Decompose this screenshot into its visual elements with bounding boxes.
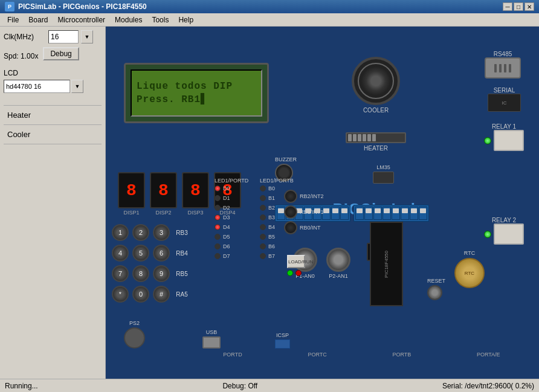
pic-section: PIC18F4550 (370, 222, 403, 306)
dip-10[interactable] (364, 207, 373, 220)
lcd-label: LCD (4, 69, 102, 77)
dip-15[interactable] (410, 207, 418, 220)
dip-bank-2[interactable] (353, 205, 429, 222)
disp1-label: DISP1 (118, 210, 145, 216)
dip-7[interactable] (331, 207, 340, 220)
menubar: File Board Microcontroller Modules Tools… (0, 13, 539, 27)
rtc-battery: RTC (454, 258, 485, 288)
led-b2 (260, 205, 266, 211)
key-0[interactable]: 0 (132, 286, 149, 303)
load-run-button[interactable]: LOAD/RUN (287, 255, 305, 268)
menu-file[interactable]: File (2, 14, 24, 25)
titlebar-controls[interactable]: ─ □ ✕ (503, 2, 534, 11)
menu-help[interactable]: Help (173, 14, 198, 25)
led-d3 (215, 214, 221, 220)
key-7[interactable]: 7 (112, 265, 129, 282)
p2-pot[interactable] (326, 248, 350, 272)
statusbar: Running... Debug: Off Serial: /dev/tnt2:… (0, 379, 539, 392)
led-d7 (215, 253, 221, 259)
menu-board[interactable]: Board (24, 14, 53, 25)
heater-pin-3 (358, 134, 361, 141)
key-9[interactable]: 9 (153, 265, 170, 282)
close-button[interactable]: ✕ (524, 2, 534, 11)
clk-label: Clk(MHz) (4, 33, 46, 41)
usb-connector (202, 336, 221, 349)
menu-microcontroller[interactable]: Microcontroller (53, 14, 110, 25)
dip-9[interactable] (355, 207, 364, 220)
dip-8[interactable] (340, 207, 349, 220)
led-d6 (215, 243, 221, 249)
usb-section: USB (202, 329, 221, 349)
led-d0-label: D0 (223, 185, 230, 191)
dip-14[interactable] (401, 207, 409, 220)
key-2[interactable]: 2 (132, 224, 149, 241)
rtc-label: RTC (454, 250, 485, 256)
heater-label: HEATER (346, 145, 406, 152)
key-4[interactable]: 4 (112, 245, 129, 262)
reset-label: RESET (427, 278, 445, 284)
menu-tools[interactable]: Tools (147, 14, 173, 25)
rb2-label: RB2/INT2 (300, 193, 324, 199)
keypad-row-4: * 0 # RA5 (112, 286, 190, 303)
disp1-section: 8 DISP1 (118, 172, 145, 216)
maximize-button[interactable]: □ (514, 2, 523, 11)
lcd-line-2: Press. RB1▋ (137, 93, 256, 106)
key-ra5-label: RA5 (173, 291, 190, 298)
disp2-digit: 8 (158, 181, 169, 200)
heater-pin-1 (348, 134, 352, 141)
dip-16[interactable] (419, 207, 427, 220)
key-6[interactable]: 6 (153, 245, 170, 262)
led-b3-row: B3 (260, 214, 294, 220)
clk-input[interactable] (48, 30, 79, 43)
reset-button[interactable] (427, 285, 442, 300)
dip-11[interactable] (373, 207, 382, 220)
dip-12[interactable] (382, 207, 391, 220)
led-b6-row: B6 (260, 243, 294, 249)
led-b0 (260, 185, 266, 191)
main-content: Clk(MHz) ▼ Spd: 1.00x Debug LCD ▼ Heater… (0, 27, 539, 379)
sidebar-item-heater[interactable]: Heater (4, 108, 102, 122)
minimize-button[interactable]: ─ (503, 2, 512, 11)
icsp-label: ICSP (275, 332, 290, 338)
portc-label: PORTC (308, 352, 326, 358)
keypad-row-3: 7 8 9 RB5 (112, 265, 190, 282)
led-d2-row: D2 (215, 205, 248, 211)
lm35-label: LM35 (373, 164, 394, 170)
cooler-fan (352, 57, 400, 105)
led-d0-row: D0 (215, 185, 248, 191)
keypad-row-2: 4 5 6 RB4 (112, 245, 190, 262)
led-b7 (260, 253, 266, 259)
clk-dropdown[interactable]: ▼ (81, 30, 93, 43)
serial-chip: IC (488, 94, 521, 112)
p2-section: P2-AN1 (326, 248, 350, 279)
disp3-label: DISP3 (182, 210, 209, 216)
debug-button[interactable]: Debug (43, 47, 79, 60)
key-3[interactable]: 3 (153, 224, 170, 241)
divider-3 (4, 144, 102, 144)
heater-pin-4 (363, 134, 366, 141)
lcd-dropdown[interactable]: ▼ (71, 80, 83, 93)
key-1[interactable]: 1 (112, 224, 129, 241)
led-d5 (215, 234, 221, 240)
cooler-section: COOLER (352, 57, 400, 114)
key-8[interactable]: 8 (132, 265, 149, 282)
db9-pins (494, 64, 511, 72)
key-5[interactable]: 5 (132, 245, 149, 262)
db9-pin-2 (499, 64, 502, 72)
led-b2-row: B2 (260, 205, 294, 211)
key-hash[interactable]: # (153, 286, 170, 303)
disp1: 8 (118, 172, 145, 208)
reset-section: RESET (427, 278, 445, 300)
dip-13[interactable] (392, 207, 400, 220)
key-rb5-label: RB5 (173, 271, 190, 277)
led-d5-row: D5 (215, 234, 248, 240)
lcd-type-input[interactable] (4, 80, 70, 93)
relay2-section: RELAY 2 (484, 217, 524, 245)
key-star[interactable]: * (112, 286, 129, 303)
menu-modules[interactable]: Modules (110, 14, 147, 25)
disp3-section: 8 DISP3 (182, 172, 209, 216)
led-b0-label: B0 (268, 185, 275, 191)
lcd-select: ▼ (4, 80, 102, 93)
sidebar-item-cooler[interactable]: Cooler (4, 127, 102, 141)
led-d5-label: D5 (223, 234, 230, 240)
